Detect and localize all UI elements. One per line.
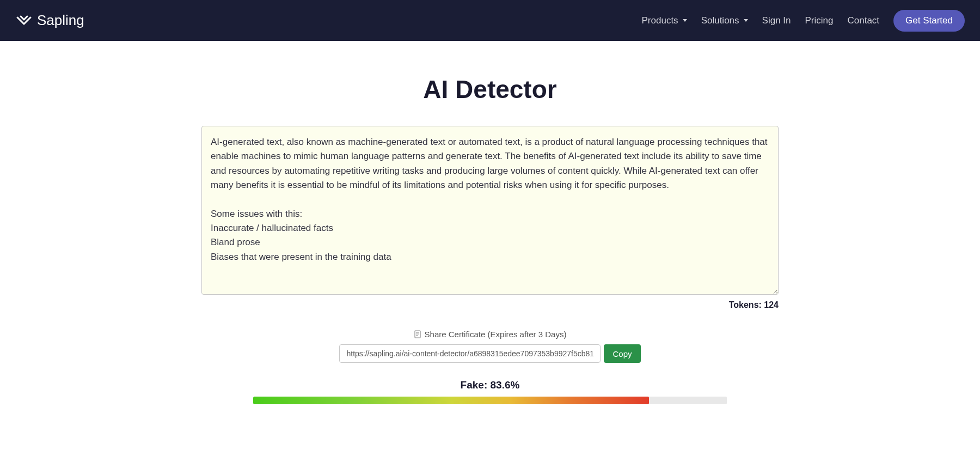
detector-text-input[interactable] (201, 126, 779, 295)
nav-products[interactable]: Products (642, 15, 687, 26)
nav-pricing[interactable]: Pricing (805, 15, 834, 26)
share-row: Copy (201, 344, 779, 363)
get-started-button[interactable]: Get Started (893, 10, 965, 32)
share-url-input[interactable] (339, 344, 601, 363)
fake-label: Fake: 83.6% (201, 379, 779, 391)
fake-progress-bar (253, 397, 727, 404)
brand-text: Sapling (37, 12, 84, 29)
share-label-text: Share Certificate (Expires after 3 Days) (425, 330, 567, 339)
certificate-icon (414, 330, 421, 339)
textarea-wrapper (201, 126, 779, 297)
share-label: Share Certificate (Expires after 3 Days) (201, 330, 779, 339)
caret-down-icon (744, 19, 748, 22)
main-container: AI Detector Tokens: 124 Share Certificat… (191, 75, 789, 404)
nav-links: Products Solutions Sign In Pricing Conta… (642, 10, 965, 32)
result-section: Fake: 83.6% (201, 379, 779, 404)
caret-down-icon (683, 19, 687, 22)
copy-button[interactable]: Copy (604, 344, 640, 363)
sapling-icon (15, 14, 33, 27)
navbar: Sapling Products Solutions Sign In Prici… (0, 0, 980, 41)
token-count: Tokens: 124 (201, 300, 779, 310)
nav-solutions[interactable]: Solutions (701, 15, 748, 26)
fake-progress-fill (253, 397, 649, 404)
nav-solutions-label: Solutions (701, 15, 739, 26)
share-section: Share Certificate (Expires after 3 Days)… (201, 330, 779, 363)
nav-signin[interactable]: Sign In (762, 15, 791, 26)
nav-products-label: Products (642, 15, 678, 26)
nav-contact[interactable]: Contact (847, 15, 879, 26)
logo[interactable]: Sapling (15, 12, 84, 29)
page-title: AI Detector (201, 75, 779, 104)
